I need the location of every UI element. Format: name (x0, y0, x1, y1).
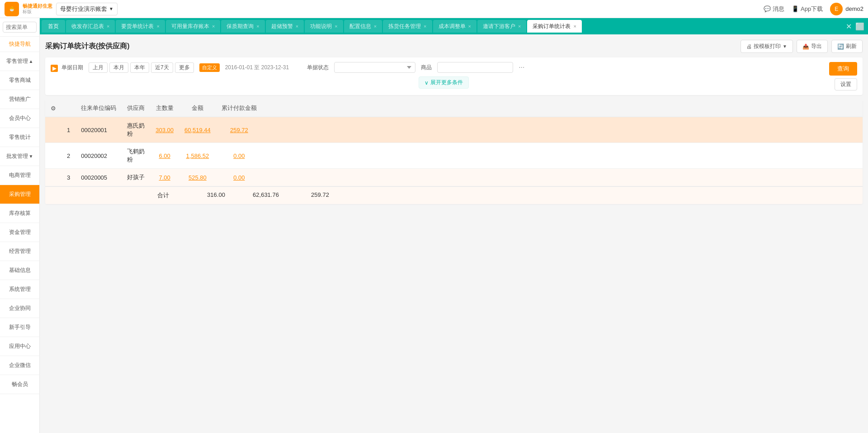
tab-close-pick[interactable]: × (424, 24, 426, 29)
tab-pick-task[interactable]: 拣货任务管理 × (383, 20, 432, 33)
user-info[interactable]: E demo2 (830, 3, 863, 15)
sidebar-item-collab[interactable]: 企业协同 (0, 299, 39, 318)
custom-date-badge: 自定义 (199, 63, 220, 72)
sidebar-search-area (0, 18, 39, 37)
tab-receipt-summary[interactable]: 收发存汇总表 × (66, 20, 115, 33)
th-gear[interactable]: ⚙ (45, 100, 61, 117)
th-qty: 主数量 (150, 100, 179, 117)
sidebar-item-newbie[interactable]: 新手引导 (0, 318, 39, 337)
message-button[interactable]: 💬 消息 (764, 5, 784, 13)
sidebar-item-purchase[interactable]: 采购管理 (0, 185, 39, 204)
tab-goods-stats[interactable]: 要货单统计表 × (116, 20, 165, 33)
settings-button[interactable]: 设置 (835, 78, 857, 90)
tab-close-stock[interactable]: × (212, 24, 215, 29)
sidebar-item-wholesale[interactable]: 批发管理 ▼ (0, 147, 39, 166)
row-qty: 6.00 (150, 143, 179, 169)
sidebar-item-inventory[interactable]: 库存核算 (0, 204, 39, 223)
row-partner-code: 00020001 (75, 117, 122, 143)
arrow-icon-2: ▼ (29, 154, 33, 159)
status-select[interactable] (334, 62, 415, 73)
download-icon: 📱 (792, 5, 799, 12)
row-supplier: 飞鹤奶粉 (122, 143, 150, 169)
summary-qty: 316.00 (193, 191, 239, 200)
sidebar-item-finance[interactable]: 资金管理 (0, 223, 39, 242)
print-button[interactable]: 🖨 按模板打印 ▼ (741, 40, 793, 53)
sidebar-item-retail-stats[interactable]: 零售统计 (0, 128, 39, 147)
sidebar-item-vip[interactable]: 畅会员 (0, 375, 39, 394)
sidebar-item-app-center[interactable]: 应用中心 (0, 337, 39, 356)
summary-row: 合计 316.00 62,631.76 259.72 (45, 186, 863, 204)
shortcut-this-month[interactable]: 本月 (109, 62, 128, 73)
tab-cost-adjust[interactable]: 成本调整单 × (433, 20, 476, 33)
search-input[interactable] (3, 22, 37, 33)
tab-overstock[interactable]: 超储预警 × (266, 20, 304, 33)
sidebar-item-base[interactable]: 基础信息 (0, 261, 39, 280)
tab-close-goods[interactable]: × (156, 24, 159, 29)
refresh-button[interactable]: 🔄 刷新 (831, 40, 863, 53)
sidebar-item-system[interactable]: 系统管理 (0, 280, 39, 299)
tab-close-invite[interactable]: × (518, 24, 521, 29)
top-bar: 🐣 畅捷通好生意 标版 母婴行业演示账套 ▼ 💬 消息 📱 App下载 E de… (0, 0, 868, 18)
row-paid: 259.72 (216, 117, 262, 143)
shortcut-more[interactable]: 更多 (175, 62, 194, 73)
export-button[interactable]: 📤 导出 (797, 40, 828, 53)
sidebar-item-wechat[interactable]: 企业微信 (0, 356, 39, 375)
shortcut-this-year[interactable]: 本年 (130, 62, 149, 73)
tab-invite[interactable]: 邀请下游客户 × (477, 20, 526, 33)
tab-close-func[interactable]: × (335, 24, 337, 29)
row-gear[interactable] (45, 117, 61, 143)
sidebar-item-member[interactable]: 会员中心 (0, 109, 39, 128)
tab-available-stock[interactable]: 可用量库存账本 × (166, 20, 220, 33)
summary-label: 合计 (139, 191, 193, 200)
tab-close-config[interactable]: × (374, 24, 377, 29)
date-shortcuts: 上月 本月 本年 近7天 更多 (89, 62, 194, 73)
table-body: 1 00020001 惠氏奶粉 303.00 60,519.44 259.72 … (45, 117, 863, 186)
tab-close-purchase[interactable]: × (573, 24, 576, 29)
message-icon: 💬 (764, 5, 771, 12)
shortcut-7days[interactable]: 近7天 (151, 62, 173, 73)
summary-paid: 259.72 (293, 191, 347, 200)
filter-row-1: 单据日期 上月 本月 本年 近7天 更多 自定义 2016-01-01 至 20… (61, 62, 826, 73)
row-gear[interactable] (45, 143, 61, 169)
tab-bar-end: ✕ ⬜ (846, 22, 866, 31)
tab-maximize-button[interactable]: ⬜ (855, 22, 864, 31)
export-icon: 📤 (802, 43, 809, 50)
sidebar-item-ops[interactable]: 经营管理 (0, 242, 39, 261)
tab-close-receipt[interactable]: × (107, 24, 109, 29)
row-gear[interactable] (45, 169, 61, 186)
goods-input[interactable] (437, 62, 513, 73)
retail-label: 零售管理 (6, 57, 28, 65)
app-download-button[interactable]: 📱 App下载 (792, 5, 823, 13)
tab-function-desc[interactable]: 功能说明 × (305, 20, 343, 33)
quick-nav-item[interactable]: 快捷导航 (0, 37, 39, 52)
th-partner-code: 往来单位编码 (75, 100, 122, 117)
collapse-filter-button[interactable]: ▶ (51, 65, 58, 72)
sidebar-item-marketing[interactable]: 营销推广 (0, 90, 39, 109)
refresh-icon: 🔄 (837, 43, 844, 50)
tab-shelf-life[interactable]: 保质期查询 × (221, 20, 264, 33)
th-paid: 累计付款金额 (216, 100, 262, 117)
query-btn-area: 查询 设置 (829, 62, 857, 90)
data-table: ⚙ 往来单位编码 供应商 主数量 金额 累计付款金额 (45, 100, 863, 186)
filter-row-2: ∨ 展开更多条件 (61, 76, 826, 89)
query-button[interactable]: 查询 (829, 62, 857, 76)
tab-config[interactable]: 配置信息 × (344, 20, 382, 33)
sidebar-item-retail[interactable]: 零售管理 ▲ (0, 52, 39, 71)
row-amount: 1,586.52 (179, 143, 216, 169)
goods-more-icon[interactable]: ··· (519, 63, 524, 71)
tab-close-overstock[interactable]: × (296, 24, 298, 29)
sidebar-item-ecommerce[interactable]: 电商管理 (0, 166, 39, 185)
tab-purchase-stats[interactable]: 采购订单统计表 × (527, 20, 581, 33)
tab-close-all-button[interactable]: ✕ (846, 22, 852, 31)
industry-selector[interactable]: 母婴行业演示账套 ▼ (56, 3, 118, 15)
row-partner-code: 00020005 (75, 169, 122, 186)
row-index: 1 (61, 117, 75, 143)
tab-close-shelf[interactable]: × (256, 24, 259, 29)
arrow-icon: ▲ (29, 59, 33, 64)
shortcut-last-month[interactable]: 上月 (89, 62, 108, 73)
expand-more-button[interactable]: ∨ 展开更多条件 (419, 76, 469, 89)
tab-home[interactable]: 首页 (42, 20, 65, 33)
tab-close-cost[interactable]: × (468, 24, 471, 29)
main-layout: 快捷导航 零售管理 ▲ 零售商城 营销推广 会员中心 零售统计 批发管理 ▼ 电… (0, 18, 868, 433)
sidebar-item-retail-shop[interactable]: 零售商城 (0, 71, 39, 90)
